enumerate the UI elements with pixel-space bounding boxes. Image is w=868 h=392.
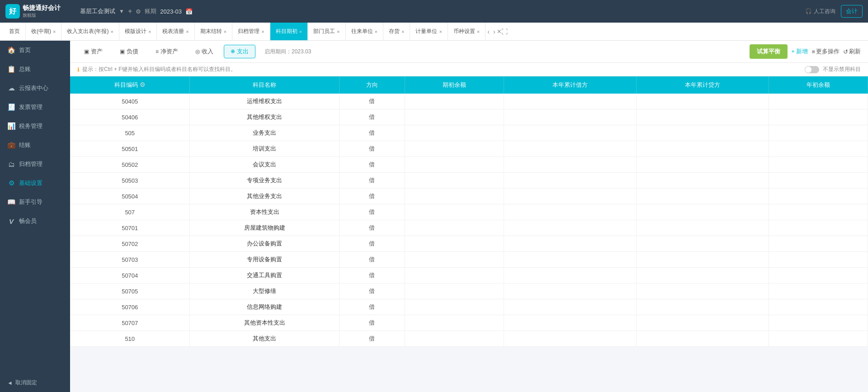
sidebar-item-settings[interactable]: ⚙ 基础设置 <box>0 174 70 193</box>
tab-home[interactable]: 首页 <box>4 23 26 41</box>
tab-dept-staff-close[interactable]: × <box>337 29 340 34</box>
tab-prev-button[interactable]: ‹ <box>486 28 491 35</box>
sidebar-item-home[interactable]: 🏠 首页 <box>0 41 70 60</box>
cell-code: 50701 <box>70 220 190 236</box>
disable-toggle[interactable] <box>805 66 819 73</box>
tab-period-end[interactable]: 期末结转 × <box>195 23 232 41</box>
table-row[interactable]: 505 业务支出 借 <box>70 125 868 141</box>
tab-tax-summary-close[interactable]: × <box>186 29 189 34</box>
tab-archive[interactable]: 归档管理 × <box>232 23 270 41</box>
tab-template-design-close[interactable]: × <box>148 29 151 34</box>
cell-ytd-debit <box>504 141 636 157</box>
tab-currency-close[interactable]: × <box>477 29 480 34</box>
table-row[interactable]: 50405 运维维权支出 借 <box>70 94 868 109</box>
main-layout: 🏠 首页 📋 总账 ☁ 云报表中心 🧾 发票管理 📊 税务管理 💼 结账 🗂 归… <box>0 41 868 392</box>
cell-period-bal <box>405 315 504 331</box>
tab-template-design[interactable]: 模版设计 × <box>119 23 157 41</box>
col-code-settings-icon[interactable]: ⚙ <box>140 81 146 88</box>
col-header-name: 科目名称 <box>190 76 339 94</box>
tab-mid-period[interactable]: 收(中期) × <box>26 23 61 41</box>
tab-mid-period-close[interactable]: × <box>53 29 56 34</box>
tab-dept-staff[interactable]: 部门员工 × <box>308 23 345 41</box>
table-row[interactable]: 50501 培训支出 借 <box>70 141 868 157</box>
filter-tab-net-asset[interactable]: ≡ 净资产 <box>149 45 185 58</box>
tab-income-annual-close[interactable]: × <box>110 29 113 34</box>
table-row[interactable]: 50705 大型修缮 借 <box>70 283 868 299</box>
tab-income-annual[interactable]: 收入支出表(年报) × <box>61 23 119 41</box>
tax-icon: 📊 <box>7 122 15 130</box>
service-button[interactable]: 🎧 人工咨询 <box>805 8 835 15</box>
toolbar-right: 试算平衡 + 新增 ≡ 更多操作 ↺ 刷新 <box>750 44 861 59</box>
table-row[interactable]: 510 其他支出 借 <box>70 331 868 347</box>
tab-measure-unit-label: 计量单位 <box>415 28 437 35</box>
add-record-button[interactable]: + 新增 <box>791 47 808 56</box>
calc-balance-button[interactable]: 试算平衡 <box>750 44 788 59</box>
toggle-knob <box>805 66 811 73</box>
table-row[interactable]: 50703 专用设备购置 借 <box>70 252 868 268</box>
cell-dir: 借 <box>339 173 405 189</box>
tab-dept-staff-label: 部门员工 <box>313 28 335 35</box>
hint-bar: ℹ 提示：按Ctrl + F键并输入科目编码或者科目名称可以查找科目。 不显示禁… <box>70 63 868 76</box>
table-row[interactable]: 50502 会议支出 借 <box>70 157 868 173</box>
cell-period-bal <box>405 173 504 189</box>
tab-currency[interactable]: 币种设置 × <box>448 23 486 41</box>
cell-period-bal <box>405 94 504 109</box>
table-row[interactable]: 50707 其他资本性支出 借 <box>70 315 868 331</box>
filter-tab-liability[interactable]: ▣ 负债 <box>113 45 145 58</box>
tab-tax-summary[interactable]: 税表清册 × <box>157 23 194 41</box>
sidebar-item-member[interactable]: V 畅会员 <box>0 212 70 231</box>
tab-counterparty[interactable]: 往来单位 × <box>346 23 383 41</box>
tab-subject-init-close[interactable]: × <box>299 29 302 34</box>
tab-measure-unit-close[interactable]: × <box>439 29 442 34</box>
table-row[interactable]: 507 资本性支出 借 <box>70 204 868 220</box>
cell-year-bal <box>769 173 868 189</box>
table-row[interactable]: 50503 专项业务支出 借 <box>70 173 868 189</box>
sidebar-item-guide[interactable]: 📖 新手引导 <box>0 193 70 212</box>
tab-inventory-label: 存货 <box>389 28 400 35</box>
tab-close-all-button[interactable]: × <box>497 28 501 36</box>
sidebar-item-tax[interactable]: 📊 税务管理 <box>0 117 70 136</box>
filter-tab-expense[interactable]: ❋ 支出 <box>224 45 255 58</box>
add-company-button[interactable]: + <box>128 7 132 15</box>
table-row[interactable]: 50406 其他维权支出 借 <box>70 109 868 125</box>
cell-dir: 借 <box>339 204 405 220</box>
tab-counterparty-close[interactable]: × <box>375 29 377 34</box>
cell-year-bal <box>769 331 868 347</box>
cell-ytd-credit <box>636 94 769 109</box>
filter-tab-asset[interactable]: ▣ 资产 <box>77 45 109 58</box>
tab-archive-close[interactable]: × <box>261 29 264 34</box>
calendar-icon[interactable]: 📅 <box>185 8 193 15</box>
cell-ytd-credit <box>636 109 769 125</box>
sidebar-item-ledger[interactable]: 📋 总账 <box>0 60 70 79</box>
refresh-button[interactable]: ↺ 刷新 <box>843 47 861 56</box>
hint-text: 提示：按Ctrl + F键并输入科目编码或者科目名称可以查找科目。 <box>82 66 236 73</box>
sidebar-item-archive[interactable]: 🗂 归档管理 <box>0 155 70 174</box>
tab-inventory-close[interactable]: × <box>401 29 404 34</box>
tab-measure-unit[interactable]: 计量单位 × <box>410 23 448 41</box>
table-row[interactable]: 50704 交通工具购置 借 <box>70 268 868 283</box>
tab-period-end-close[interactable]: × <box>224 29 226 34</box>
sidebar-item-invoice[interactable]: 🧾 发票管理 <box>0 98 70 117</box>
tab-subject-init[interactable]: 科目期初 × <box>270 23 308 41</box>
cell-name: 交通工具购置 <box>190 268 339 283</box>
table-row[interactable]: 50706 信息网络购建 借 <box>70 299 868 315</box>
sidebar-pin-toggle[interactable]: ◄ 取消固定 <box>0 373 70 392</box>
filter-tab-income[interactable]: ◎ 收入 <box>189 45 220 58</box>
table-row[interactable]: 50702 办公设备购置 借 <box>70 236 868 252</box>
table-row[interactable]: 50701 房屋建筑物购建 借 <box>70 220 868 236</box>
kuaiji-button[interactable]: 会计 <box>841 5 863 18</box>
cell-ytd-credit <box>636 141 769 157</box>
table-row[interactable]: 50504 其他业务支出 借 <box>70 189 868 204</box>
more-actions-button[interactable]: ≡ 更多操作 <box>811 47 840 56</box>
sidebar: 🏠 首页 📋 总账 ☁ 云报表中心 🧾 发票管理 📊 税务管理 💼 结账 🗂 归… <box>0 41 70 392</box>
sidebar-item-closing[interactable]: 💼 结账 <box>0 136 70 155</box>
cell-dir: 借 <box>339 252 405 268</box>
cell-ytd-credit <box>636 204 769 220</box>
company-dropdown-button[interactable]: ▼ <box>119 8 124 14</box>
tab-inventory[interactable]: 存货 × <box>383 23 410 41</box>
pin-label: 取消固定 <box>15 379 37 387</box>
tab-maximize-button[interactable]: ⛶ <box>501 28 508 35</box>
sidebar-item-reports[interactable]: ☁ 云报表中心 <box>0 79 70 98</box>
tab-next-button[interactable]: › <box>491 28 497 35</box>
settings-gear-button[interactable]: ⚙ <box>136 8 141 15</box>
